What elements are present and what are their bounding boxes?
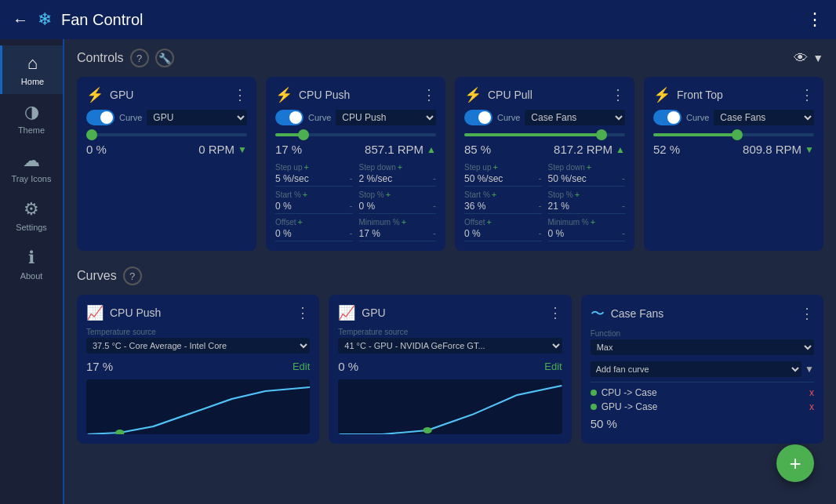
detail-pull-start-pct: Start % + 36 % - (464, 190, 542, 214)
curves-help-button[interactable]: ? (123, 267, 142, 285)
fan-card-cpu-pull-menu[interactable]: ⋮ (611, 86, 625, 103)
curve-card-gpu-menu[interactable]: ⋮ (548, 304, 562, 321)
fan-card-gpu-curve-select[interactable]: GPU (147, 110, 247, 125)
fan-card-front-top-slider[interactable] (653, 133, 814, 136)
start-pct-minus[interactable]: - (350, 201, 353, 212)
step-up-plus[interactable]: + (304, 162, 308, 172)
detail-step-down: Step down + 2 %/sec - (359, 162, 437, 187)
home-icon: ⌂ (27, 53, 38, 74)
pull-offset-plus[interactable]: + (487, 217, 492, 227)
min-pct-minus[interactable]: - (433, 228, 436, 239)
detail-step-up-label: Step up + (275, 162, 353, 172)
pull-stop-pct-minus[interactable]: - (622, 201, 625, 212)
eye-button[interactable]: 👁 (794, 50, 808, 67)
min-pct-plus[interactable]: + (402, 217, 406, 227)
sidebar-item-theme[interactable]: ◑ Theme (0, 94, 63, 143)
func-select[interactable]: Max (591, 339, 814, 355)
fan-card-cpu-push-toggle[interactable] (275, 110, 304, 125)
fan-card-gpu-toggle[interactable] (86, 110, 114, 125)
about-icon: ℹ (28, 248, 35, 268)
fan-card-front-top-curve-select[interactable]: Case Fans (714, 110, 814, 125)
fan-card-cpu-pull-toggle[interactable] (464, 110, 493, 125)
sidebar-item-settings[interactable]: ⚙ Settings (0, 191, 63, 240)
tray-icon: ☁ (23, 150, 40, 171)
back-button[interactable]: ← (13, 11, 28, 29)
fan-card-gpu-menu[interactable]: ⋮ (233, 86, 247, 103)
fan-card-cpu-push-slider[interactable] (275, 133, 436, 136)
curve-card-case-fans: 〜 Case Fans ⋮ Function Max Add fan curve… (581, 295, 823, 444)
fan-card-cpu-push-rpm-row: 17 % 857.1 RPM ▲ (275, 143, 436, 156)
fan-curve-item-gpu: GPU -> Case x (591, 401, 814, 412)
fan-card-gpu-slider[interactable] (86, 133, 247, 136)
detail-pull-offset-value: 0 % - (464, 228, 542, 241)
fan-card-front-top-menu[interactable]: ⋮ (800, 86, 814, 103)
fan-card-cpu-push-menu[interactable]: ⋮ (422, 86, 436, 103)
controls-help-button[interactable]: ? (130, 49, 149, 67)
step-down-plus[interactable]: + (398, 162, 402, 172)
cpu-push-curve-edit[interactable]: Edit (293, 361, 310, 372)
pull-step-up-minus[interactable]: - (539, 173, 542, 184)
fan-card-cpu-pull-rpm: 817.2 RPM ▲ (554, 143, 625, 156)
fan-card-front-top-toggle[interactable] (653, 110, 682, 125)
pct-edit-row-cpu-push: 17 % Edit (86, 360, 310, 373)
pull-start-pct-minus[interactable]: - (539, 201, 542, 212)
sidebar-item-about[interactable]: ℹ About (0, 240, 63, 288)
pull-min-pct-minus[interactable]: - (622, 228, 625, 239)
detail-minimum-pct-label: Minimum % + (359, 217, 437, 227)
curves-grid: 📈 CPU Push ⋮ Temperature source 37.5 °C … (77, 295, 823, 444)
pull-offset-minus[interactable]: - (539, 228, 542, 239)
fan-curve-remove-gpu[interactable]: x (809, 401, 814, 412)
fan-curve-item-cpu: CPU -> Case x (591, 387, 814, 398)
fan-card-gpu-pct: 0 % (86, 143, 107, 156)
curve-card-case-fans-menu[interactable]: ⋮ (800, 305, 814, 322)
fan-card-cpu-push-rpm-chevron: ▲ (427, 144, 436, 155)
fan-card-gpu-slider-row (86, 133, 247, 136)
sidebar-item-home[interactable]: ⌂ Home (0, 45, 63, 94)
stop-pct-minus[interactable]: - (433, 201, 436, 212)
gpu-mini-chart (338, 379, 562, 434)
temp-source-label-cpu-push: Temperature source (86, 328, 310, 336)
menu-button[interactable]: ⋮ (806, 9, 823, 30)
offset-plus[interactable]: + (298, 217, 303, 227)
fan-card-front-top-curve-row: Curve Case Fans (653, 110, 814, 125)
add-curve-chevron: ▼ (805, 364, 814, 375)
step-up-minus[interactable]: - (350, 173, 353, 184)
step-down-minus[interactable]: - (433, 173, 436, 184)
controls-wrench-button[interactable]: 🔧 (155, 49, 174, 67)
detail-pull-step-down: Step down + 50 %/sec - (548, 162, 626, 187)
temp-source-select-gpu[interactable]: 41 °C - GPU - NVIDIA GeForce GT... (338, 338, 562, 354)
controls-chevron[interactable]: ▼ (812, 52, 823, 64)
fan-card-gpu-icon: ⚡ (86, 86, 104, 103)
temp-source-select-cpu-push[interactable]: 37.5 °C - Core Average - Intel Core (86, 338, 310, 354)
app-icon: ❄ (38, 9, 52, 30)
pull-step-down-minus[interactable]: - (622, 173, 625, 184)
pull-min-pct-plus[interactable]: + (591, 217, 595, 227)
fan-curve-remove-cpu[interactable]: x (809, 387, 814, 398)
add-curve-select[interactable]: Add fan curve (591, 361, 801, 377)
fan-card-cpu-pull-slider[interactable] (464, 133, 625, 136)
fan-card-cpu-push-header: ⚡ CPU Push ⋮ (275, 86, 436, 103)
fan-card-cpu-pull-curve-select[interactable]: Case Fans (525, 110, 625, 125)
sidebar-label-about: About (20, 271, 43, 281)
curve-card-cpu-push-menu[interactable]: ⋮ (296, 304, 310, 321)
fan-card-gpu-rpm: 0 RPM ▼ (198, 143, 247, 156)
add-curve-row: Add fan curve ▼ (591, 361, 814, 383)
sidebar-item-tray-icons[interactable]: ☁ Tray Icons (0, 143, 63, 191)
sidebar: ⌂ Home ◑ Theme ☁ Tray Icons ⚙ Settings ℹ… (0, 39, 64, 504)
fan-card-cpu-push-curve-select[interactable]: CPU Push (336, 110, 436, 125)
fan-card-cpu-pull-curve-row: Curve Case Fans (464, 110, 625, 125)
pull-step-down-plus[interactable]: + (587, 162, 591, 172)
pull-start-pct-plus[interactable]: + (492, 190, 496, 199)
pull-stop-pct-plus[interactable]: + (575, 190, 580, 199)
fab-add-button[interactable]: + (776, 444, 814, 482)
detail-pull-offset-label: Offset + (464, 217, 542, 227)
fan-card-cpu-push-details: Step up + 5 %/sec - Step down + (275, 162, 436, 241)
gpu-curve-pct: 0 % (338, 360, 358, 373)
start-pct-plus[interactable]: + (303, 190, 307, 199)
gpu-curve-edit[interactable]: Edit (544, 361, 562, 372)
offset-minus[interactable]: - (350, 228, 353, 239)
stop-pct-plus[interactable]: + (386, 190, 391, 199)
fan-card-gpu-header: ⚡ GPU ⋮ (86, 86, 247, 103)
pull-step-up-plus[interactable]: + (493, 162, 497, 172)
fan-card-cpu-push-curve-label: Curve (308, 113, 331, 122)
